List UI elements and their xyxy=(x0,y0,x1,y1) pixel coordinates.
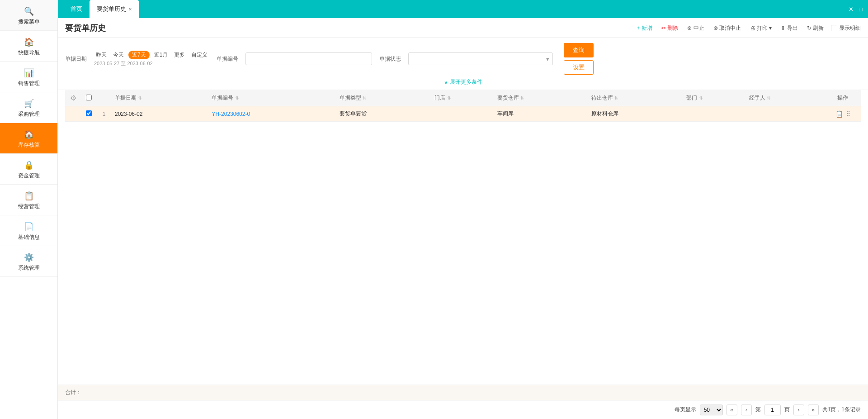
sort-doc-date-icon[interactable]: ⇅ xyxy=(138,95,142,100)
page-next-btn[interactable]: › xyxy=(793,405,804,415)
display-detail-toggle[interactable]: 显示明细 xyxy=(831,24,861,32)
row-checkbox[interactable] xyxy=(86,110,92,116)
basic-info-icon: 📄 xyxy=(24,222,34,232)
row-req-warehouse-cell: 车间库 xyxy=(495,106,589,122)
tab-home[interactable]: 首页 xyxy=(63,0,90,18)
sort-handler-icon[interactable]: ⇅ xyxy=(767,95,770,100)
sidebar-item-label: 库存核算 xyxy=(18,141,40,149)
table-row[interactable]: 1 2023-06-02 YH-20230602-0 要货单要货 车间库 原材料… xyxy=(65,106,861,122)
main-area: 首页 要货单历史 × ✕ □ 要货单历史 + 新增 ✂ 删除 ⊗ 中止 xyxy=(58,0,868,419)
row-store-cell xyxy=(432,106,494,122)
per-page-select[interactable]: 20 50 100 200 xyxy=(700,405,723,415)
shortcut-more[interactable]: 更多 xyxy=(172,51,187,59)
delete-button[interactable]: ✂ 删除 xyxy=(660,24,680,32)
col-action: 操作 xyxy=(825,90,861,106)
doc-number-input[interactable] xyxy=(245,52,372,65)
row-num-cell: 1 xyxy=(96,106,112,122)
system-mgmt-icon: ⚙️ xyxy=(24,252,34,262)
doc-number-label: 单据编号 xyxy=(217,55,238,63)
col-settings: ⚙ xyxy=(65,90,81,106)
date-range-display: 2023-05-27 至 2023-06-02 xyxy=(94,60,209,67)
stop-button[interactable]: ⊗ 中止 xyxy=(685,24,706,32)
page-last-btn[interactable]: » xyxy=(808,405,819,415)
sales-mgmt-icon: 📊 xyxy=(24,68,34,78)
sidebar-item-search-menu[interactable]: 🔍 搜索菜单 xyxy=(0,0,57,31)
doc-status-select[interactable] xyxy=(408,52,553,65)
tab-close-icon[interactable]: × xyxy=(129,6,132,12)
toolbar: + 新增 ✂ 删除 ⊗ 中止 ⊗ 取消中止 🖨 打印 ▾ ⬆ 导出 xyxy=(635,24,861,32)
query-button[interactable]: 查询 xyxy=(564,43,594,57)
finance-mgmt-icon: 🔒 xyxy=(24,160,34,170)
export-button[interactable]: ⬆ 导出 xyxy=(779,24,799,32)
row-doc-number-cell: YH-20230602-0 xyxy=(209,106,337,122)
expand-more-icon: ∨ xyxy=(444,79,448,86)
row-edit-icon[interactable]: 📋 xyxy=(835,110,843,118)
content-area: 要货单历史 + 新增 ✂ 删除 ⊗ 中止 ⊗ 取消中止 🖨 打印 ▾ xyxy=(58,18,868,419)
purchase-mgmt-icon: 🛒 xyxy=(24,99,34,109)
sidebar-item-operations-mgmt[interactable]: 📋 经营管理 xyxy=(0,185,57,215)
filter-area: 单据日期 昨天 今天 近7天 近1月 更多 自定义 2023-05-27 至 2… xyxy=(58,38,868,90)
select-all-checkbox[interactable] xyxy=(86,95,92,100)
settings-button[interactable]: 设置 xyxy=(564,60,594,75)
date-filter-label: 单据日期 xyxy=(65,55,87,63)
print-dropdown-icon[interactable]: ▾ xyxy=(769,25,772,31)
sidebar-item-basic-info[interactable]: 📄 基础信息 xyxy=(0,215,57,246)
footer-total-label: 合计： xyxy=(65,389,81,395)
col-handler: 经手人 ⇅ xyxy=(746,90,825,106)
table-header-row: ⚙ 单据日期 ⇅ 单据编号 ⇅ xyxy=(65,90,861,106)
sidebar-item-sales-mgmt[interactable]: 📊 销售管理 xyxy=(0,62,57,92)
refresh-button[interactable]: ↻ 刷新 xyxy=(805,24,826,32)
sort-doc-number-icon[interactable]: ⇅ xyxy=(235,95,239,100)
page-prev-btn[interactable]: ‹ xyxy=(741,405,752,415)
sort-doc-type-icon[interactable]: ⇅ xyxy=(363,95,366,100)
row-action-cell: 📋 ⠿ xyxy=(825,106,861,122)
page-first-btn[interactable]: « xyxy=(726,405,737,415)
page-header: 要货单历史 + 新增 ✂ 删除 ⊗ 中止 ⊗ 取消中止 🖨 打印 ▾ xyxy=(58,18,868,38)
sidebar-item-label: 采购管理 xyxy=(18,110,40,118)
sort-store-icon[interactable]: ⇅ xyxy=(447,95,451,100)
shortcut-1month[interactable]: 近1月 xyxy=(152,51,170,59)
doc-number-link[interactable]: YH-20230602-0 xyxy=(212,111,250,117)
action-icons-group: 📋 ⠿ xyxy=(827,110,858,118)
new-button[interactable]: + 新增 xyxy=(635,24,654,32)
col-req-warehouse: 要货仓库 ⇅ xyxy=(495,90,589,106)
window-maximize-btn[interactable]: □ xyxy=(859,6,863,13)
page-label-after: 页 xyxy=(784,406,790,414)
cancel-stop-button[interactable]: ⊗ 取消中止 xyxy=(712,24,743,32)
tab-active[interactable]: 要货单历史 × xyxy=(90,0,139,18)
sidebar-item-label: 销售管理 xyxy=(18,80,40,87)
page-title: 要货单历史 xyxy=(65,23,632,33)
date-shortcuts-group: 昨天 今天 近7天 近1月 更多 自定义 2023-05-27 至 2023-0… xyxy=(94,51,209,67)
topbar-right: ✕ □ xyxy=(849,6,863,13)
col-pending-warehouse: 待出仓库 ⇅ xyxy=(589,90,684,106)
row-department-cell xyxy=(684,106,746,122)
sidebar-item-purchase-mgmt[interactable]: 🛒 采购管理 xyxy=(0,92,57,123)
sidebar-item-quick-nav[interactable]: 🏠 快捷导航 xyxy=(0,31,57,62)
table-area: ⚙ 单据日期 ⇅ 单据编号 ⇅ xyxy=(58,90,868,385)
sidebar-item-label: 搜索菜单 xyxy=(18,18,40,26)
sidebar-item-inventory-mgmt[interactable]: 🏠 库存核算 xyxy=(0,123,57,154)
sort-req-warehouse-icon[interactable]: ⇅ xyxy=(520,95,524,100)
doc-status-wrap: ▾ xyxy=(408,52,553,65)
sidebar-item-system-mgmt[interactable]: ⚙️ 系统管理 xyxy=(0,246,57,277)
shortcut-custom[interactable]: 自定义 xyxy=(189,51,209,59)
sort-pending-warehouse-icon[interactable]: ⇅ xyxy=(614,95,618,100)
expand-more-btn[interactable]: ∨ 展开更多条件 xyxy=(65,78,861,86)
shortcut-today[interactable]: 今天 xyxy=(111,51,126,59)
shortcut-yesterday[interactable]: 昨天 xyxy=(94,51,108,59)
quick-nav-icon: 🏠 xyxy=(24,37,34,47)
filter-row-1: 单据日期 昨天 今天 近7天 近1月 更多 自定义 2023-05-27 至 2… xyxy=(65,43,861,75)
sort-department-icon[interactable]: ⇅ xyxy=(699,95,703,100)
row-doc-date-cell: 2023-06-02 xyxy=(112,106,209,122)
page-input[interactable] xyxy=(764,405,781,415)
column-settings-icon[interactable]: ⚙ xyxy=(70,94,76,102)
print-button[interactable]: 🖨 打印 ▾ xyxy=(748,24,774,32)
doc-number-wrap xyxy=(245,52,372,65)
sidebar-item-finance-mgmt[interactable]: 🔒 资金管理 xyxy=(0,154,57,185)
shortcut-7days[interactable]: 近7天 xyxy=(128,51,150,59)
operations-mgmt-icon: 📋 xyxy=(24,191,34,201)
doc-status-label: 单据状态 xyxy=(379,55,401,63)
display-detail-checkbox[interactable] xyxy=(831,25,837,31)
row-more-icon[interactable]: ⠿ xyxy=(846,110,850,118)
window-close-btn[interactable]: ✕ xyxy=(849,6,854,13)
